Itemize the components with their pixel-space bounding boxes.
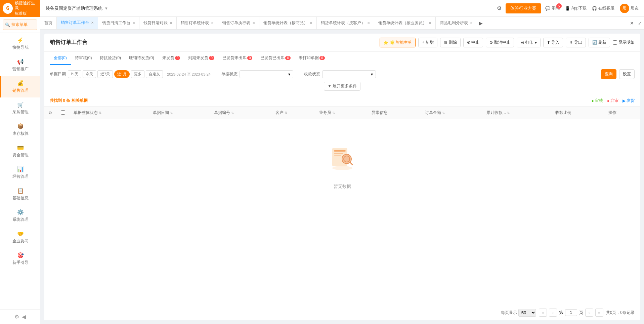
col-number[interactable]: 单据编号 ⇅ [210,107,271,119]
tab-close-cash-reconcile[interactable]: ✕ [170,21,172,25]
sidebar-item-quick-nav[interactable]: ⚡ 快捷导航 [0,33,40,54]
count-value: 0 [63,98,65,103]
content-inner: 销售订单工作台 ⭐ 🌟 智能生单 + 新增 🗑 删除 ⊘ 中止 ⊘ 取消中止 🖨… [40,30,644,324]
expand-conditions-button[interactable]: ▼ 展开更多条件 [324,82,360,91]
svg-line-7 [350,162,352,165]
tab-close-sales-stat-customer[interactable]: ✕ [367,21,370,25]
col-amount[interactable]: 订单金额 ⇅ [421,107,482,119]
sidebar-item-marketing[interactable]: 📢 营销推广 [0,54,40,76]
tab-maximize[interactable]: ⤢ [636,17,644,30]
col-staff[interactable]: 业务员 ⇅ [315,107,368,119]
select-all-checkbox[interactable] [61,110,65,115]
batch-reject-button[interactable]: ● 弃审 [607,98,618,104]
tab-cash-daily[interactable]: 钱货日清工作台 ✕ [98,17,139,30]
filter-tab-wangpu[interactable]: 旺铺待发货(0) [125,52,158,65]
show-detail-checkbox[interactable] [613,40,617,45]
sidebar-item-basic[interactable]: 📋 基础信息 [0,184,40,205]
filter-tab-shipped-out[interactable]: 已发货已出库0 [256,52,295,65]
date-btn-yesterday[interactable]: 昨天 [68,70,81,78]
add-button[interactable]: + 新增 [418,38,437,47]
next-page-button[interactable]: › [585,309,593,317]
sidebar-item-operation[interactable]: 📊 经营管理 [0,162,40,184]
col-settings-icon[interactable]: ⚙ [48,111,52,115]
date-btn-today[interactable]: 今天 [83,70,96,78]
filter-tab-pending-inspect[interactable]: 待抗验货(0) [96,52,125,65]
import-button[interactable]: ⬆ 导入 [543,38,563,47]
stop-button[interactable]: ⊘ 中止 [463,38,483,47]
filter-tab-all[interactable]: 全部(0) [50,52,71,65]
collapse-button[interactable]: ◀ [22,314,26,320]
sidebar-item-finance[interactable]: 💳 资金管理 [0,140,40,162]
tab-close-sales-exec[interactable]: ✕ [252,21,255,25]
sort-customer-icon: ⇅ [285,111,287,115]
filter-tab-not-printed[interactable]: 未打印单据0 [295,52,329,65]
tab-close-sales-stat-staff[interactable]: ✕ [429,21,431,25]
date-btn-custom[interactable]: 自定义 [146,70,163,78]
print-button[interactable]: 🖨 打印 ▾ [517,38,541,47]
tab-close-cash-daily[interactable]: ✕ [132,21,135,25]
query-button[interactable]: 查询 [601,69,616,79]
tab-close-sales-workbench[interactable]: ✕ [91,21,94,25]
pagination: 每页显示 20 50 100 « ‹ 第 页 › [44,305,640,320]
search-menu-button[interactable]: 🔍 搜索菜单 [3,19,37,30]
tab-sales-exec[interactable]: 销售订单执行表 ✕ [218,17,259,30]
solution-button[interactable]: 体验行业方案 [506,3,541,13]
batch-approve-button[interactable]: ● 审核 [592,98,603,104]
tab-close-sales-stat[interactable]: ✕ [211,21,214,25]
tab-sales-stat-customer[interactable]: 销货单统计表（按客户） ✕ [317,17,374,30]
col-status[interactable]: 单据整体状态 ⇅ [70,107,149,119]
filter-tab-pending-review[interactable]: 待审核(0) [71,52,96,65]
batch-ship-button[interactable]: ▶ 发货 [622,98,635,104]
page-size-select[interactable]: 20 50 100 [518,309,536,317]
tab-cash-reconcile[interactable]: 钱货日清对账 ✕ [139,17,177,30]
refresh-button[interactable]: 🔄 刷新 [589,38,610,47]
tab-sales-workbench[interactable]: 销售订单工作台 ✕ [57,17,98,30]
cancel-stop-button[interactable]: ⊘ 取消中止 [486,38,514,47]
date-btn-7days[interactable]: 近7天 [97,70,113,78]
date-btn-more[interactable]: 更多 [131,70,144,78]
page-number-input[interactable] [565,309,577,316]
col-customer[interactable]: 客户 ⇅ [271,107,315,119]
guide-icon: 🎯 [17,252,24,258]
system-dropdown-icon[interactable]: ▾ [105,6,108,11]
tab-close-sales-stat-product[interactable]: ✕ [310,21,312,25]
col-date[interactable]: 单据日期 ⇅ [149,107,210,119]
tab-home[interactable]: 首页 [40,17,57,30]
sidebar-item-sales[interactable]: 💰 销售管理 [0,76,40,97]
sidebar-item-system[interactable]: ⚙️ 系统管理 [0,205,40,227]
show-detail-label[interactable]: 显示明细 [613,40,635,45]
sidebar-item-guide[interactable]: 🎯 新手引导 [0,248,40,270]
tab-sales-stat-product[interactable]: 销货单统计表（按商品） ✕ [259,17,317,30]
messages-button[interactable]: 💬 消息 5 [545,5,560,11]
sidebar-item-inventory[interactable]: 📦 库存核算 [0,119,40,140]
filter-tab-not-shipped[interactable]: 未发货0 [158,52,184,65]
tab-sales-stat[interactable]: 销售订单统计表 ✕ [177,17,218,30]
tab-product-margin[interactable]: 商品毛利分析表 ✕ [436,17,477,30]
tab-close-product-margin[interactable]: ✕ [470,21,473,25]
prev-page-button[interactable]: ‹ [549,309,557,317]
user-profile-button[interactable]: 用 用友 [620,4,639,13]
first-page-button[interactable]: « [539,309,547,317]
tab-sales-stat-staff[interactable]: 销货单统计表（按业务员） ✕ [374,17,436,30]
filter-tab-shipped-not-out[interactable]: 已发货未出库0 [218,52,257,65]
tab-scroll-right[interactable]: ▶ [477,17,485,30]
smart-generate-button[interactable]: ⭐ 🌟 智能生单 [380,38,416,47]
export-button[interactable]: ⬇ 导出 [566,38,586,47]
app-download-button[interactable]: 📱 App下载 [565,5,587,11]
tab-close-all[interactable]: ✕ [628,17,636,30]
date-btn-1month[interactable]: 近1月 [114,70,130,78]
col-collected[interactable]: 累计收款... ⇅ [482,107,551,119]
filter-settings-button[interactable]: 设置 [619,69,635,79]
online-service-button[interactable]: 🎧 在线客服 [592,5,614,11]
settings-button[interactable]: ⚙ [14,314,19,320]
sidebar-item-purchase[interactable]: 🛒 采购管理 [0,97,40,119]
last-page-button[interactable]: » [595,309,603,317]
topbar-settings-icon[interactable]: ⚙ [497,5,502,11]
status-select[interactable]: ▾ [240,70,293,78]
sidebar-bottom: ⚙ ◀ [0,309,40,324]
payment-select[interactable]: ▾ [322,70,376,78]
sidebar-item-cooperation[interactable]: 🤝 企业协同 [0,227,40,248]
filter-tab-overdue-not-shipped[interactable]: 到期未发货0 [184,52,218,65]
sort-status-icon: ⇅ [99,111,101,115]
delete-button[interactable]: 🗑 删除 [440,38,461,47]
